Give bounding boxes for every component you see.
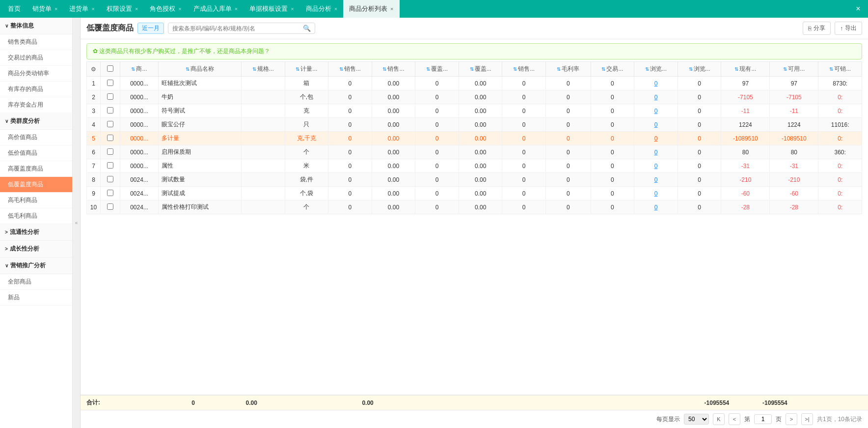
row-select-checkbox[interactable]: [107, 162, 113, 169]
col-name[interactable]: ⇅商品名称: [158, 62, 241, 77]
nav-close-icon[interactable]: ×: [135, 6, 138, 12]
sidebar-item-low-value[interactable]: 低价值商品: [0, 145, 72, 161]
row-checkbox[interactable]: [101, 104, 120, 118]
sidebar-group-overall[interactable]: ∨ 整体信息: [0, 18, 72, 34]
row-checkbox[interactable]: [101, 200, 120, 214]
row-code: 0000...: [120, 77, 158, 90]
row-browse1[interactable]: 0: [634, 200, 678, 214]
sidebar-item-low-coverage[interactable]: 低覆盖度商品: [0, 177, 72, 193]
row-checkbox[interactable]: [101, 77, 120, 90]
row-no: 5: [87, 132, 101, 145]
nav-product-analysis[interactable]: 商品分析 ×: [300, 0, 343, 18]
row-select-checkbox[interactable]: [107, 80, 113, 86]
row-select-checkbox[interactable]: [107, 203, 113, 210]
col-unit[interactable]: ⇅计量...: [285, 62, 328, 77]
row-select-checkbox[interactable]: [107, 148, 113, 155]
sidebar-item-new-products[interactable]: 新品: [0, 290, 72, 306]
sidebar-item-in-stock-products[interactable]: 有库存的商品: [0, 82, 72, 97]
col-checkbox[interactable]: [101, 62, 120, 77]
nav-template-settings[interactable]: 单据模板设置 ×: [244, 0, 299, 18]
row-select-checkbox[interactable]: [107, 121, 113, 127]
nav-roles[interactable]: 角色授权 ×: [144, 0, 187, 18]
sidebar-item-all-products[interactable]: 全部商品: [0, 274, 72, 290]
sidebar-item-low-margin[interactable]: 低毛利商品: [0, 208, 72, 224]
row-browse1[interactable]: 0: [634, 132, 678, 145]
col-browse2[interactable]: ⇅浏览...: [678, 62, 721, 77]
row-select-checkbox[interactable]: [107, 135, 113, 141]
col-coverage2[interactable]: ⇅覆盖...: [459, 62, 502, 77]
prev-page-button[interactable]: <: [729, 413, 740, 425]
col-settings[interactable]: ⚙: [87, 62, 101, 77]
col-current-stock[interactable]: ⇅现有...: [721, 62, 770, 77]
col-sales-qty[interactable]: ⇅销售...: [328, 62, 372, 77]
row-checkbox[interactable]: [101, 145, 120, 159]
sidebar-item-high-coverage[interactable]: 高覆盖度商品: [0, 161, 72, 177]
nav-close-icon[interactable]: ×: [390, 6, 393, 12]
row-browse1[interactable]: 0: [634, 159, 678, 173]
nav-home[interactable]: 首页: [2, 0, 27, 18]
nav-sales-order[interactable]: 销货单 ×: [27, 0, 63, 18]
row-browse1[interactable]: 0: [634, 118, 678, 132]
page-size-select[interactable]: 50 10 20 100: [684, 414, 709, 425]
row-checkbox[interactable]: [101, 132, 120, 145]
nav-close-icon[interactable]: ×: [54, 6, 57, 12]
sidebar-item-high-value[interactable]: 高价值商品: [0, 130, 72, 145]
sidebar-item-sales-products[interactable]: 销售类商品: [0, 34, 72, 50]
search-input[interactable]: [172, 25, 303, 32]
col-browse1[interactable]: ⇅浏览...: [634, 62, 678, 77]
filter-button[interactable]: 近一月: [137, 23, 164, 34]
sidebar-group-cluster[interactable]: ∨ 类群度分析: [0, 113, 72, 130]
export-button[interactable]: ↑ 导出: [835, 22, 862, 35]
col-transaction[interactable]: ⇅交易...: [591, 62, 634, 77]
row-checkbox[interactable]: [101, 173, 120, 187]
sidebar-item-high-margin[interactable]: 高毛利商品: [0, 193, 72, 208]
row-browse1[interactable]: 0: [634, 77, 678, 90]
sidebar-item-capital-occupation[interactable]: 库存资金占用: [0, 97, 72, 113]
nav-close-icon[interactable]: ×: [91, 6, 94, 12]
nav-permissions[interactable]: 权限设置 ×: [101, 0, 144, 18]
sidebar-group-growth[interactable]: > 成长性分析: [0, 241, 72, 257]
row-select-checkbox[interactable]: [107, 107, 113, 114]
row-select-checkbox[interactable]: [107, 93, 113, 100]
col-sales3[interactable]: ⇅销售...: [502, 62, 546, 77]
row-sales-amt: 0.00: [372, 200, 415, 214]
row-browse1[interactable]: 0: [634, 173, 678, 187]
col-code[interactable]: ⇅商...: [120, 62, 158, 77]
col-coverage1[interactable]: ⇅覆盖...: [415, 62, 459, 77]
sidebar-group-liquidity[interactable]: > 流通性分析: [0, 224, 72, 241]
nav-purchase-order[interactable]: 进货单 ×: [63, 0, 100, 18]
last-page-button[interactable]: >|: [801, 413, 813, 425]
next-page-button[interactable]: >: [786, 413, 797, 425]
row-browse1[interactable]: 0: [634, 187, 678, 200]
row-sales-amt: 0.00: [372, 77, 415, 90]
row-checkbox[interactable]: [101, 118, 120, 132]
select-all-checkbox[interactable]: [107, 65, 113, 72]
sidebar-item-category-sales-rate[interactable]: 商品分类动销率: [0, 66, 72, 82]
nav-product-warehouse[interactable]: 产成品入库单 ×: [188, 0, 244, 18]
row-select-checkbox[interactable]: [107, 176, 113, 182]
col-saleable-stock[interactable]: ⇅可销...: [818, 62, 862, 77]
sidebar-item-traded-products[interactable]: 交易过的商品: [0, 50, 72, 66]
first-page-button[interactable]: K: [713, 413, 725, 425]
row-checkbox[interactable]: [101, 159, 120, 173]
nav-close-icon[interactable]: ×: [178, 6, 181, 12]
page-number-input[interactable]: [754, 414, 772, 424]
row-browse1[interactable]: 0: [634, 145, 678, 159]
row-checkbox[interactable]: [101, 90, 120, 104]
window-close-button[interactable]: ×: [850, 1, 866, 17]
row-browse1[interactable]: 0: [634, 90, 678, 104]
col-sales-amt[interactable]: ⇅销售...: [372, 62, 415, 77]
col-gross-margin[interactable]: ⇅毛利率: [546, 62, 591, 77]
row-checkbox[interactable]: [101, 187, 120, 200]
col-available-stock[interactable]: ⇅可用...: [770, 62, 818, 77]
share-button[interactable]: ⎘ 分享: [803, 22, 831, 35]
row-select-checkbox[interactable]: [107, 190, 113, 196]
row-browse1[interactable]: 0: [634, 104, 678, 118]
nav-close-icon[interactable]: ×: [235, 6, 238, 12]
nav-close-icon[interactable]: ×: [334, 6, 337, 12]
nav-product-analysis-list[interactable]: 商品分析列表 ×: [343, 0, 399, 18]
sidebar-group-marketing[interactable]: ∨ 营销推广分析: [0, 257, 72, 274]
col-spec[interactable]: ⇅规格...: [241, 62, 285, 77]
nav-close-icon[interactable]: ×: [291, 6, 294, 12]
sidebar-collapse-button[interactable]: «: [73, 18, 81, 428]
